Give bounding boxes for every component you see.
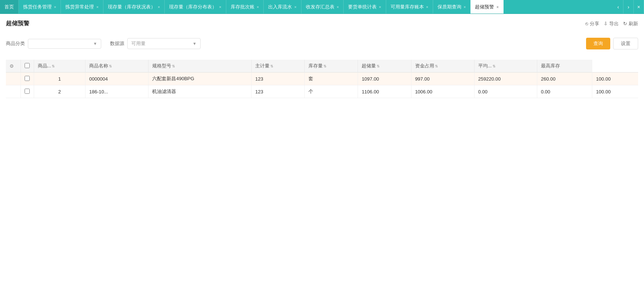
- row-checkbox-input[interactable]: [25, 89, 30, 94]
- nav-item-quality-check[interactable]: 保质期查询×: [433, 0, 471, 14]
- row-product-code: 186-10...: [85, 85, 149, 98]
- nav-item-label: 保质期查询: [438, 4, 461, 10]
- col-product-code[interactable]: 商品...⇅: [34, 60, 85, 73]
- page-header: 超储预警 ⎋ 分享 ⇩ 导出 ↻ 刷新: [6, 20, 638, 27]
- row-checkbox-cell[interactable]: [21, 73, 34, 85]
- refresh-button[interactable]: ↻ 刷新: [623, 21, 638, 27]
- nav-item-label: 出入库流水: [268, 4, 292, 10]
- page-title: 超储预警: [6, 20, 29, 27]
- export-label: 导出: [609, 21, 619, 27]
- settings-button[interactable]: 设置: [613, 38, 638, 49]
- nav-item-label: 库存批次账: [231, 4, 255, 10]
- nav-next-arrow[interactable]: ›: [623, 0, 634, 14]
- col-spec[interactable]: 规格型号⇅: [149, 60, 251, 73]
- col-stock-qty[interactable]: 库存量⇅: [305, 60, 358, 73]
- table-row: 2 186-10... 机油滤清器 123 个 1106.00 1006.00 …: [6, 85, 638, 98]
- row-product-name: 机油滤清器: [149, 85, 251, 98]
- col-settings: ⚙: [6, 60, 21, 73]
- col-checkbox: [21, 60, 34, 73]
- row-overstock-qty: 997.00: [411, 73, 474, 85]
- export-icon: ⇩: [604, 21, 608, 26]
- nav-item-home[interactable]: 首页: [0, 0, 19, 14]
- nav-close-icon[interactable]: ×: [96, 5, 98, 9]
- nav-item-recv-send[interactable]: 收发存汇总表×: [301, 0, 344, 14]
- top-navigation: 首页拣货任务管理×拣货异常处理×现存量（库存状况表）×现存量（库存分布表）×库存…: [0, 0, 644, 14]
- nav-item-avail-stock[interactable]: 可用量库存账本×: [386, 0, 433, 14]
- col-max-stock[interactable]: 最高库存: [537, 60, 592, 73]
- row-overstock-qty: 1006.00: [411, 85, 474, 98]
- nav-item-label: 超储预警: [475, 4, 494, 10]
- category-label: 商品分类: [6, 40, 25, 47]
- nav-item-order-stats[interactable]: 要货单统计表×: [344, 0, 386, 14]
- page-actions: ⎋ 分享 ⇩ 导出 ↻ 刷新: [585, 21, 638, 27]
- nav-close-icon[interactable]: ×: [337, 5, 339, 9]
- col-capital-occ[interactable]: 资金占用⇅: [411, 60, 474, 73]
- nav-item-task-mgmt[interactable]: 拣货任务管理×: [19, 0, 61, 14]
- col-unit[interactable]: 主计量⇅: [251, 60, 304, 73]
- row-checkbox-input[interactable]: [25, 76, 30, 81]
- nav-item-in-out-flow[interactable]: 出入库流水×: [264, 0, 301, 14]
- nav-close-icon[interactable]: ×: [379, 5, 381, 9]
- nav-item-stock-batch[interactable]: 库存批次账×: [226, 0, 264, 14]
- row-avg: 260.00: [537, 73, 592, 85]
- nav-prev-arrow[interactable]: ‹: [613, 0, 623, 14]
- nav-close-icon[interactable]: ×: [54, 5, 56, 9]
- row-spec: 123: [251, 73, 304, 85]
- row-capital-occ: 0.00: [474, 85, 537, 98]
- nav-item-label: 要货单统计表: [348, 4, 377, 10]
- refresh-icon: ↻: [623, 21, 627, 26]
- row-number: 1: [34, 73, 85, 85]
- nav-item-overstock-warn[interactable]: 超储预警×: [471, 0, 503, 14]
- category-select[interactable]: ▼: [28, 39, 101, 49]
- refresh-label: 刷新: [629, 21, 638, 27]
- row-unit: 个: [305, 85, 358, 98]
- row-avg: 0.00: [537, 85, 592, 98]
- datasource-filter: 数据源 可用量 ▼: [110, 38, 201, 49]
- nav-close-icon[interactable]: ×: [158, 5, 160, 9]
- row-capital-occ: 259220.00: [474, 73, 537, 85]
- filter-buttons: 查询 设置: [586, 38, 638, 49]
- row-gear-cell: [6, 73, 21, 85]
- nav-close-icon[interactable]: ×: [294, 5, 296, 9]
- datasource-select[interactable]: 可用量 ▼: [127, 38, 201, 49]
- table-row: 1 0000004 六配套新昌490BPG 123 套 1097.00 997.…: [6, 73, 638, 85]
- row-unit: 套: [305, 73, 358, 85]
- nav-more-arrow[interactable]: ×: [634, 0, 644, 14]
- query-button[interactable]: 查询: [586, 38, 610, 49]
- filter-area: 商品分类 ▼ 数据源 可用量 ▼ 查询 设置: [6, 33, 638, 54]
- nav-item-stock-dist[interactable]: 现存量（库存分布表）×: [165, 0, 226, 14]
- nav-item-label: 拣货任务管理: [23, 4, 52, 10]
- col-product-name[interactable]: 商品名称⇅: [85, 60, 149, 73]
- row-checkbox-cell[interactable]: [21, 85, 34, 98]
- category-filter: 商品分类 ▼: [6, 39, 101, 49]
- data-table: ⚙ 商品...⇅ 商品名称⇅ 规格型号⇅ 主计量⇅ 库存量⇅ 超储量⇅ 资金占用…: [6, 60, 638, 98]
- nav-close-icon[interactable]: ×: [464, 5, 466, 9]
- nav-close-icon[interactable]: ×: [257, 5, 259, 9]
- nav-item-label: 首页: [4, 4, 14, 10]
- nav-close-icon[interactable]: ×: [426, 5, 428, 9]
- row-stock-qty: 1106.00: [358, 85, 411, 98]
- category-dropdown-icon: ▼: [93, 41, 97, 46]
- nav-item-label: 现存量（库存分布表）: [169, 4, 217, 10]
- nav-item-label: 收发存汇总表: [306, 4, 334, 10]
- nav-close-icon[interactable]: ×: [496, 5, 498, 9]
- page-container: 超储预警 ⎋ 分享 ⇩ 导出 ↻ 刷新 商品分类 ▼ 数据源: [0, 14, 644, 293]
- row-max-stock: 100.00: [592, 73, 638, 85]
- export-button[interactable]: ⇩ 导出: [604, 21, 619, 27]
- nav-item-exception-proc[interactable]: 拣货异常处理×: [61, 0, 103, 14]
- table-header-row: ⚙ 商品...⇅ 商品名称⇅ 规格型号⇅ 主计量⇅ 库存量⇅ 超储量⇅ 资金占用…: [6, 60, 638, 73]
- row-product-name: 六配套新昌490BPG: [149, 73, 251, 85]
- row-number: 2: [34, 85, 85, 98]
- col-overstock-qty[interactable]: 超储量⇅: [358, 60, 411, 73]
- row-max-stock: 100.00: [592, 85, 638, 98]
- col-avg[interactable]: 平均...⇅: [474, 60, 537, 73]
- nav-close-icon[interactable]: ×: [219, 5, 221, 9]
- datasource-select-value: 可用量: [131, 40, 146, 47]
- select-all-checkbox[interactable]: [25, 63, 30, 68]
- row-gear-cell: [6, 85, 21, 98]
- row-product-code: 0000004: [85, 73, 149, 85]
- share-button[interactable]: ⎋ 分享: [585, 21, 599, 27]
- row-spec: 123: [251, 85, 304, 98]
- settings-gear-icon[interactable]: ⚙: [10, 63, 14, 69]
- nav-item-stock-status[interactable]: 现存量（库存状况表）×: [103, 0, 165, 14]
